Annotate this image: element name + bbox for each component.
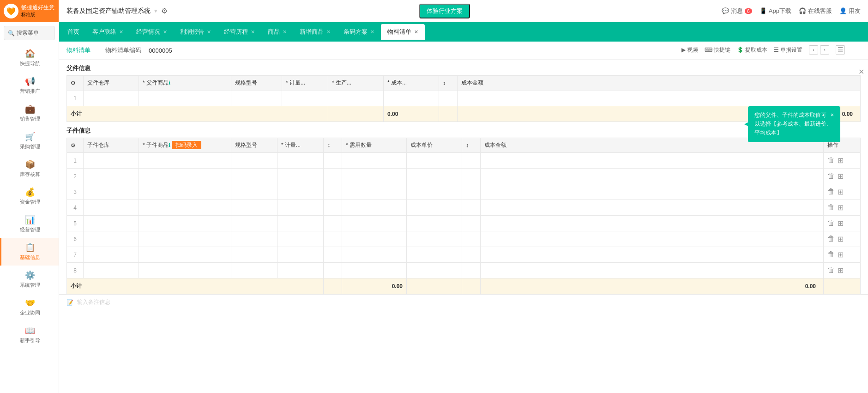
copy-icon-2[interactable]: ⊞ xyxy=(838,172,844,181)
child-warehouse-8[interactable] xyxy=(84,263,139,278)
child-cost-price-1[interactable] xyxy=(407,153,462,169)
child-goods-5[interactable] xyxy=(139,216,231,231)
child-sort-4[interactable] xyxy=(324,200,342,216)
tab-bom-close-icon[interactable]: ✕ xyxy=(414,29,418,35)
child-warehouse-1[interactable] xyxy=(84,153,139,169)
copy-icon-6[interactable]: ⊞ xyxy=(838,235,844,243)
tab-new-goods[interactable]: 新增商品 ✕ xyxy=(293,24,337,40)
tab-customer-close-icon[interactable]: ✕ xyxy=(119,29,123,35)
child-sort-7[interactable] xyxy=(324,247,342,263)
child-qty-2[interactable] xyxy=(342,169,407,184)
child-unit-5[interactable] xyxy=(277,216,324,231)
parent-goods-cell[interactable] xyxy=(139,91,231,106)
child-spec-5[interactable] xyxy=(231,216,277,231)
copy-icon-8[interactable]: ⊞ xyxy=(838,266,844,275)
child-goods-7[interactable] xyxy=(139,247,231,263)
child-goods-2[interactable] xyxy=(139,169,231,184)
child-cost-price-6[interactable] xyxy=(407,231,462,247)
child-warehouse-6[interactable] xyxy=(84,231,139,247)
child-sort2-7[interactable] xyxy=(462,247,481,263)
tab-operation-status[interactable]: 经营情况 ✕ xyxy=(130,24,174,40)
child-qty-8[interactable] xyxy=(342,263,407,278)
child-sort-1[interactable] xyxy=(324,153,342,169)
tab-operation-status-close-icon[interactable]: ✕ xyxy=(163,29,167,35)
sidebar-item-inventory[interactable]: 📦 库存核算 xyxy=(0,155,59,182)
child-qty-4[interactable] xyxy=(342,200,407,216)
child-cost-price-4[interactable] xyxy=(407,200,462,216)
child-sort2-5[interactable] xyxy=(462,216,481,231)
child-unit-4[interactable] xyxy=(277,200,324,216)
sidebar-item-collab[interactable]: 🤝 企业协同 xyxy=(0,293,59,321)
tab-operation-history[interactable]: 经营历程 ✕ xyxy=(217,24,261,40)
menu-icon[interactable]: ☰ xyxy=(836,45,845,54)
child-warehouse-7[interactable] xyxy=(84,247,139,263)
child-qty-7[interactable] xyxy=(342,247,407,263)
child-spec-6[interactable] xyxy=(231,231,277,247)
th-parent-settings[interactable]: ⚙ xyxy=(67,76,84,91)
child-goods-6[interactable] xyxy=(139,231,231,247)
sidebar-item-finance[interactable]: 💰 资金管理 xyxy=(0,182,59,210)
child-goods-4[interactable] xyxy=(139,200,231,216)
child-warehouse-3[interactable] xyxy=(84,184,139,200)
child-qty-3[interactable] xyxy=(342,184,407,200)
child-spec-1[interactable] xyxy=(231,153,277,169)
copy-icon-4[interactable]: ⊞ xyxy=(838,203,844,212)
child-sort-3[interactable] xyxy=(324,184,342,200)
child-cost-price-8[interactable] xyxy=(407,263,462,278)
child-qty-5[interactable] xyxy=(342,216,407,231)
delete-icon-2[interactable]: 🗑 xyxy=(827,172,835,181)
view-button[interactable]: ▶ 视频 xyxy=(681,46,698,54)
tab-goods-close-icon[interactable]: ✕ xyxy=(283,29,287,35)
delete-icon-7[interactable]: 🗑 xyxy=(827,250,835,259)
child-cost-price-5[interactable] xyxy=(407,216,462,231)
child-sort-5[interactable] xyxy=(324,216,342,231)
child-spec-7[interactable] xyxy=(231,247,277,263)
sidebar-item-operation[interactable]: 📊 经营管理 xyxy=(0,210,59,238)
parent-unit-cell[interactable] xyxy=(282,91,328,106)
child-sort2-1[interactable] xyxy=(462,153,481,169)
trial-button[interactable]: 体验行业方案 xyxy=(419,4,470,18)
user-button[interactable]: 👤 用友 xyxy=(839,7,861,15)
child-goods-1[interactable] xyxy=(139,153,231,169)
sidebar-item-quicknav[interactable]: 🏠 快捷导航 xyxy=(0,44,59,72)
single-setting-button[interactable]: ☰ 单据设置 xyxy=(774,46,802,54)
child-sort2-6[interactable] xyxy=(462,231,481,247)
tab-home[interactable]: 首页 xyxy=(61,24,86,40)
child-goods-8[interactable] xyxy=(139,263,231,278)
extract-cost-button[interactable]: 💲 提取成本 xyxy=(737,46,767,54)
delete-icon-3[interactable]: 🗑 xyxy=(827,187,835,196)
child-sort2-4[interactable] xyxy=(462,200,481,216)
child-warehouse-4[interactable] xyxy=(84,200,139,216)
child-sort2-3[interactable] xyxy=(462,184,481,200)
scan-button[interactable]: 扫码录入 xyxy=(172,141,201,149)
tab-profit-report-close-icon[interactable]: ✕ xyxy=(207,29,211,35)
child-sort-2[interactable] xyxy=(324,169,342,184)
tab-bom[interactable]: 物料清单 ✕ xyxy=(381,24,425,40)
tab-barcode[interactable]: 条码方案 ✕ xyxy=(337,24,381,40)
message-button[interactable]: 💬 消息 6 xyxy=(722,7,752,15)
delete-icon-5[interactable]: 🗑 xyxy=(827,219,835,228)
child-unit-2[interactable] xyxy=(277,169,324,184)
delete-icon-8[interactable]: 🗑 xyxy=(827,266,835,275)
child-unit-3[interactable] xyxy=(277,184,324,200)
dropdown-arrow-icon[interactable]: ▾ xyxy=(154,7,157,14)
child-cost-price-7[interactable] xyxy=(407,247,462,263)
copy-icon-5[interactable]: ⊞ xyxy=(838,219,844,228)
child-unit-7[interactable] xyxy=(277,247,324,263)
tab-new-goods-close-icon[interactable]: ✕ xyxy=(326,29,331,35)
parent-produce-cell[interactable] xyxy=(328,91,384,106)
sidebar-item-system[interactable]: ⚙️ 系统管理 xyxy=(0,266,59,293)
search-menu-button[interactable]: 🔍 搜索菜单 xyxy=(4,26,55,40)
child-unit-6[interactable] xyxy=(277,231,324,247)
child-spec-8[interactable] xyxy=(231,263,277,278)
parent-cost-cell[interactable] xyxy=(384,91,439,106)
delete-icon-4[interactable]: 🗑 xyxy=(827,203,835,212)
next-arrow-button[interactable]: › xyxy=(820,45,829,54)
child-sort-6[interactable] xyxy=(324,231,342,247)
child-sort-8[interactable] xyxy=(324,263,342,278)
online-service-button[interactable]: 🎧 在线客服 xyxy=(799,7,832,15)
tab-operation-history-close-icon[interactable]: ✕ xyxy=(251,29,255,35)
child-cost-price-3[interactable] xyxy=(407,184,462,200)
tab-goods[interactable]: 商品 ✕ xyxy=(261,24,293,40)
child-sort2-8[interactable] xyxy=(462,263,481,278)
